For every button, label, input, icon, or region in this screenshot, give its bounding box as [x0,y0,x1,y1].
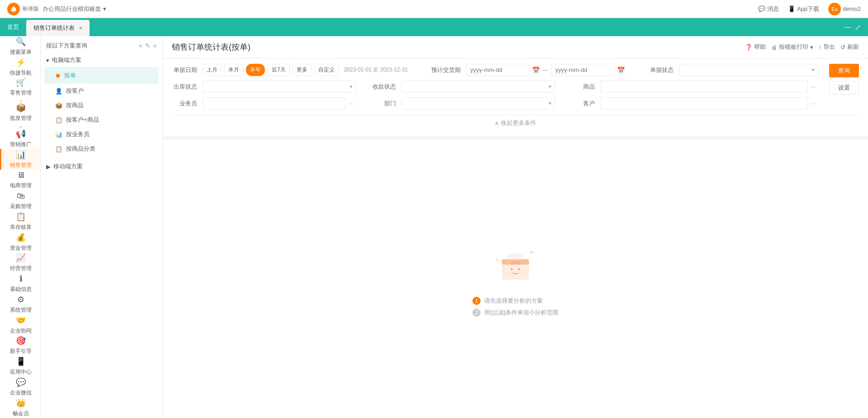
search-icon: 🔍 [16,37,26,47]
sidebar-item-wechat[interactable]: 💬 企业微信 [0,377,40,398]
sidebar-item-search-menu[interactable]: 🔍 搜索菜单 [0,36,40,57]
sidebar-item-retail[interactable]: 🛒 零售管理 ▾ [0,78,40,103]
refresh-btn[interactable]: ↺ 刷新 [840,43,859,51]
logo-area: 标准版 [7,3,39,15]
tab-min-btn[interactable]: — [844,23,851,32]
finance-icon: 💰 [16,233,26,242]
sidebar-item-ecommerce[interactable]: 🖥 电商管理 [0,170,40,190]
sidebar-item-basic[interactable]: ℹ 基础信息 [0,273,40,294]
salesperson-input[interactable] [203,97,346,109]
scheme-item-by-customer-product[interactable]: 📋 按客户+商品 [44,113,159,127]
date-btn-more[interactable]: 更多 [292,64,311,76]
collapse-icon: ∧ [495,120,499,127]
date-filter-row: 单据日期 上月 本月 本年 近7天 更多 自定义 2023-01-01 至 20… [172,64,818,76]
payment-status-label: 收款状态 [371,83,396,91]
expected-delivery-start[interactable] [466,64,529,76]
left-panel-actions: + ✎ « [139,42,157,49]
date-btn-this-month[interactable]: 本月 [224,64,243,76]
delivery-select-wrap: ▾ [203,81,356,93]
delivery-status-label: 出库状态 [172,83,197,91]
calendar-start-icon[interactable]: 📅 [532,66,540,74]
settings-btn[interactable]: 设置 [829,81,859,95]
scheme-item-by-product[interactable]: 📦 按商品 [44,98,159,113]
customer-more-btn[interactable]: ··· [808,100,818,107]
collapse-panel-btn[interactable]: « [153,42,157,49]
sidebar-item-wholesale[interactable]: 📦 批发管理 ▴ [0,103,40,128]
purchase-icon: 🛍 [17,191,25,201]
status-label: 单据状态 [648,66,674,74]
customer-input[interactable] [600,97,808,109]
main-layout: 🔍 搜索菜单 ⚡ 快捷导航 🛒 零售管理 ▾ 📦 批发管理 ▴ 📢 营销推广 📊… [0,36,868,418]
tab-close-btn[interactable]: × [79,25,82,31]
sidebar-item-operations[interactable]: 📈 经营管理 [0,252,40,273]
sidebar-item-member[interactable]: 👑 畅会员 [0,397,40,418]
status-input[interactable] [679,64,818,76]
empty-tip-2: 2 用[过滤]条件来缩小分析范围 [472,309,558,317]
scheme-item-by-salesperson[interactable]: 📊 按业务员 [44,127,159,142]
product-input[interactable] [600,81,808,93]
scheme-product-icon: 📦 [55,102,62,109]
app-selector[interactable]: 办公用品行业模拟账套 ▾ [42,5,106,13]
salesperson-label: 业务员 [172,100,197,108]
mobile-group-label: 移动端方案 [53,162,83,171]
app-download-btn[interactable]: 📱 App下载 [788,5,819,13]
enterprise-icon: 🤝 [16,315,26,325]
date-btn-7days[interactable]: 近7天 [268,64,290,76]
print-btn[interactable]: 🖨 按模板打印 ▾ [771,43,813,51]
message-btn[interactable]: 💬 消息 [758,5,779,13]
scheme-item-by-category[interactable]: 📋 按商品分类 [44,142,159,156]
edit-scheme-btn[interactable]: ✎ [145,42,151,49]
date-btn-this-year[interactable]: 本年 [246,64,265,76]
empty-tips: 1 请先选择要分析的方案 2 用[过滤]条件来缩小分析范围 [472,297,558,317]
payment-status-input[interactable] [401,81,555,93]
collapse-bar[interactable]: ∧ 收起更多条件 [172,115,859,131]
user-area[interactable]: Ea demo2 [828,3,861,15]
scheme-group-header-mobile[interactable]: ▶ 移动端方案 [44,160,159,173]
scheme-item-by-customer[interactable]: 👤 按客户 [44,84,159,98]
scheme-cat-icon: 📋 [55,146,62,152]
salesperson-more-btn[interactable]: ··· [346,100,356,107]
date-btn-custom[interactable]: 自定义 [314,64,339,76]
sidebar-item-quick-nav[interactable]: ⚡ 快捷导航 [0,57,40,78]
filter-area-wrap: 单据日期 上月 本月 本年 近7天 更多 自定义 2023-01-01 至 20… [163,58,868,136]
svg-text:✦: ✦ [529,249,534,256]
department-input[interactable] [401,97,555,109]
tip-text-1: 请先选择要分析的方案 [484,297,543,305]
export-btn[interactable]: ↑ 导出 [819,43,835,51]
filter-main: 单据日期 上月 本月 本年 近7天 更多 自定义 2023-01-01 至 20… [172,64,818,115]
top-bar: 标准版 办公用品行业模拟账套 ▾ 💬 消息 📱 App下载 Ea demo2 [0,0,868,18]
delivery-status-input[interactable] [203,81,356,93]
product-more-btn[interactable]: ··· [808,83,818,90]
query-btn[interactable]: 查询 [829,64,859,77]
scheme-group-header-desktop[interactable]: ▾ 电脑端方案 [44,53,159,67]
sidebar-item-sales[interactable]: 📊 销售管理 [0,149,40,170]
expected-delivery-end[interactable] [551,64,614,76]
calendar-end-icon[interactable]: 📅 [617,66,625,74]
sidebar-item-purchase[interactable]: 🛍 采购管理 [0,190,40,211]
top-bar-right: 💬 消息 📱 App下载 Ea demo2 [758,3,861,15]
download-icon: 📱 [788,5,795,12]
tab-sales-stats[interactable]: 销售订单统计表 × [26,20,90,36]
print-arrow: ▾ [810,44,813,51]
tab-home[interactable]: 首页 [0,18,26,36]
sidebar-item-finance[interactable]: 💰 资金管理 [0,232,40,252]
sidebar: 🔍 搜索菜单 ⚡ 快捷导航 🛒 零售管理 ▾ 📦 批发管理 ▴ 📢 营销推广 📊… [0,36,41,418]
scheme-item-by-order[interactable]: ● 按单 [44,67,159,84]
customer-input-wrap: ··· [600,97,818,109]
scheme-group-label: 电脑端方案 [52,56,81,64]
sidebar-item-appcenter[interactable]: 📱 应用中心 [0,356,40,377]
sidebar-item-enterprise[interactable]: 🤝 企业协同 [0,314,40,335]
date-btn-last-month[interactable]: 上月 [203,64,222,76]
scheme-group-arrow: ▾ [46,57,49,64]
svg-point-4 [507,253,524,261]
add-scheme-btn[interactable]: + [139,42,142,49]
sidebar-item-marketing[interactable]: 📢 营销推广 [0,128,40,149]
sidebar-item-newcomer[interactable]: 🎯 新手引导 [0,335,40,356]
tab-max-btn[interactable]: ⤢ [855,23,861,32]
newcomer-icon: 🎯 [16,336,26,346]
sidebar-item-system[interactable]: ⚙ 系统管理 [0,294,40,315]
tab-bar: 首页 销售订单统计表 × — ⤢ [0,18,868,36]
page-header: 销售订单统计表(按单) ❓ 帮助 🖨 按模板打印 ▾ ↑ 导出 [163,36,868,58]
sidebar-item-inventory[interactable]: 📋 库存核算 [0,211,40,232]
help-btn[interactable]: ❓ 帮助 [745,43,766,51]
